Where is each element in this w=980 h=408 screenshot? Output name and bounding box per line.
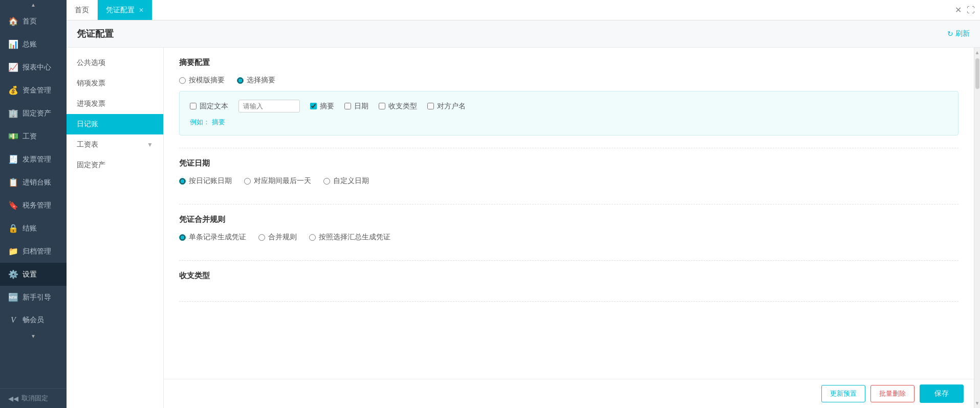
date-section-title: 凭证日期 [179, 158, 959, 168]
scroll-thumb[interactable] [975, 58, 979, 89]
fixed-text-checkbox[interactable]: 固定文本 [190, 102, 228, 111]
summary-checkbox[interactable]: 摘要 [310, 102, 334, 111]
left-nav-public-label: 公共选项 [77, 58, 105, 67]
sidebar-item-invoice[interactable]: 🧾 发票管理 [0, 148, 67, 171]
merge-single-label: 单条记录生成凭证 [189, 233, 246, 242]
scroll-up-arrow[interactable]: ▲ [974, 48, 980, 57]
left-nav-public[interactable]: 公共选项 [67, 53, 163, 73]
merge-rule-label: 合并规则 [268, 233, 297, 242]
sidebar-item-settings[interactable]: ⚙️ 设置 [0, 263, 67, 286]
trade-icon: 📋 [8, 177, 18, 187]
tab-actions: ✕ ⛶ [955, 5, 980, 15]
window-expand-icon[interactable]: ⛶ [967, 6, 975, 15]
summary-mode-group: 按模版摘要 选择摘要 [179, 76, 959, 85]
fixed-text-input[interactable] [190, 103, 197, 109]
merge-single-radio[interactable]: 单条记录生成凭证 [179, 233, 246, 242]
merge-single-input[interactable] [179, 234, 186, 241]
date-journal-input[interactable] [179, 178, 186, 185]
sidebar-item-tax[interactable]: 🔖 税务管理 [0, 194, 67, 217]
sidebar-item-guide[interactable]: 🆕 新手引导 [0, 286, 67, 309]
sidebar-item-home[interactable]: 🏠 首页 [0, 10, 67, 33]
unpin-button[interactable]: ◀◀ 取消固定 [0, 388, 67, 408]
preview-text: 例如： 摘要 [190, 118, 948, 127]
date-last-day-radio[interactable]: 对应期间最后一天 [244, 176, 311, 186]
merge-summary-radio[interactable]: 按照选择汇总生成凭证 [309, 233, 390, 242]
summary-input[interactable] [310, 103, 317, 109]
merge-section-title: 凭证合并规则 [179, 215, 959, 224]
sidebar-item-trade[interactable]: 📋 进销台账 [0, 171, 67, 194]
sidebar-item-ledger[interactable]: 📊 总账 [0, 33, 67, 56]
merge-rule-input[interactable] [258, 234, 265, 241]
tab-home-label: 首页 [75, 6, 89, 15]
tab-voucher-config[interactable]: 凭证配置 ✕ [98, 0, 153, 20]
save-button[interactable]: 保存 [920, 384, 964, 403]
sidebar-item-member[interactable]: V 畅会员 [0, 309, 67, 331]
merge-rule-radio[interactable]: 合并规则 [258, 233, 297, 242]
home-icon: 🏠 [8, 16, 18, 26]
date-custom-input[interactable] [323, 178, 330, 185]
mode-select-radio[interactable]: 选择摘要 [237, 76, 275, 85]
left-nav-purchase-invoice[interactable]: 进项发票 [67, 94, 163, 114]
date-journal-radio[interactable]: 按日记账日期 [179, 176, 232, 186]
date-checkbox[interactable]: 日期 [344, 102, 368, 111]
receive-section-title: 收支类型 [179, 271, 959, 281]
funds-icon: 💰 [8, 85, 18, 95]
date-input[interactable] [344, 103, 351, 109]
close-account-icon: 🔒 [8, 223, 18, 233]
sidebar-item-close[interactable]: 🔒 结账 [0, 217, 67, 240]
tab-voucher-label: 凭证配置 [106, 6, 135, 15]
counterpart-name-checkbox[interactable]: 对方户名 [427, 102, 466, 111]
scroll-down-arrow[interactable]: ▼ [974, 398, 980, 408]
mode-template-input[interactable] [179, 77, 186, 84]
cashflow-type-checkbox[interactable]: 收支类型 [379, 102, 417, 111]
left-nav-payroll-label: 工资表 [77, 140, 98, 149]
fixed-text-field[interactable] [238, 100, 300, 112]
summary-config-box: 固定文本 摘要 日期 [179, 91, 959, 135]
sidebar-item-salary[interactable]: 💵 工资 [0, 125, 67, 148]
date-mode-group: 按日记账日期 对应期间最后一天 自定义日期 [179, 176, 959, 186]
assets-icon: 🏢 [8, 108, 18, 118]
salary-icon: 💵 [8, 131, 18, 141]
member-icon: V [8, 315, 18, 325]
sidebar-scroll-down[interactable]: ▼ [0, 331, 67, 341]
sidebar-item-archive[interactable]: 📁 归档管理 [0, 240, 67, 263]
sidebar-item-reports[interactable]: 📈 报表中心 [0, 56, 67, 79]
window-close-icon[interactable]: ✕ [955, 5, 962, 15]
sidebar-item-label: 设置 [23, 270, 37, 279]
left-nav-fixed-assets[interactable]: 固定资产 [67, 155, 163, 175]
page-header: 凭证配置 ↻ 刷新 [67, 20, 980, 48]
mode-select-label: 选择摘要 [247, 76, 275, 85]
tab-home[interactable]: 首页 [67, 0, 98, 20]
sidebar-item-funds[interactable]: 💰 资金管理 [0, 79, 67, 102]
refresh-button[interactable]: ↻ 刷新 [947, 29, 970, 38]
counterpart-name-input[interactable] [427, 103, 434, 109]
main-area: 首页 凭证配置 ✕ ✕ ⛶ 凭证配置 ↻ 刷新 公共选项 [67, 0, 980, 408]
sidebar: ▲ 🏠 首页 📊 总账 📈 报表中心 💰 资金管理 🏢 固定资产 💵 工资 🧾 … [0, 0, 67, 408]
left-nav-payroll[interactable]: 工资表 ▼ [67, 134, 163, 155]
chevron-down-icon: ▼ [147, 141, 153, 148]
update-preview-button[interactable]: 更新预置 [821, 385, 865, 402]
bottom-actions: 更新预置 批量删除 保存 [164, 379, 974, 408]
merge-section: 凭证合并规则 单条记录生成凭证 合并规则 按照选择汇总生成凭证 [179, 215, 959, 261]
sidebar-scroll-up[interactable]: ▲ [0, 0, 67, 10]
summary-section: 摘要配置 按模版摘要 选择摘要 [179, 58, 959, 148]
mode-select-input[interactable] [237, 77, 244, 84]
tab-close-icon[interactable]: ✕ [139, 7, 144, 14]
batch-delete-button[interactable]: 批量删除 [870, 385, 914, 402]
left-nav-assets-label: 固定资产 [77, 161, 105, 170]
cashflow-type-input[interactable] [379, 103, 385, 109]
sidebar-item-label: 税务管理 [23, 201, 51, 210]
merge-mode-group: 单条记录生成凭证 合并规则 按照选择汇总生成凭证 [179, 233, 959, 242]
sidebar-item-assets[interactable]: 🏢 固定资产 [0, 102, 67, 125]
date-last-day-input[interactable] [244, 178, 251, 185]
sidebar-item-label: 总账 [23, 40, 37, 49]
merge-summary-input[interactable] [309, 234, 316, 241]
ledger-icon: 📊 [8, 39, 18, 49]
left-nav-sales-invoice[interactable]: 销项发票 [67, 73, 163, 94]
date-custom-radio[interactable]: 自定义日期 [323, 176, 369, 186]
left-nav-journal[interactable]: 日记账 [67, 114, 163, 134]
left-nav-purchase-label: 进项发票 [77, 99, 105, 108]
pin-icon: ◀◀ [8, 395, 18, 402]
mode-template-radio[interactable]: 按模版摘要 [179, 76, 225, 85]
sidebar-item-label: 首页 [23, 17, 37, 26]
